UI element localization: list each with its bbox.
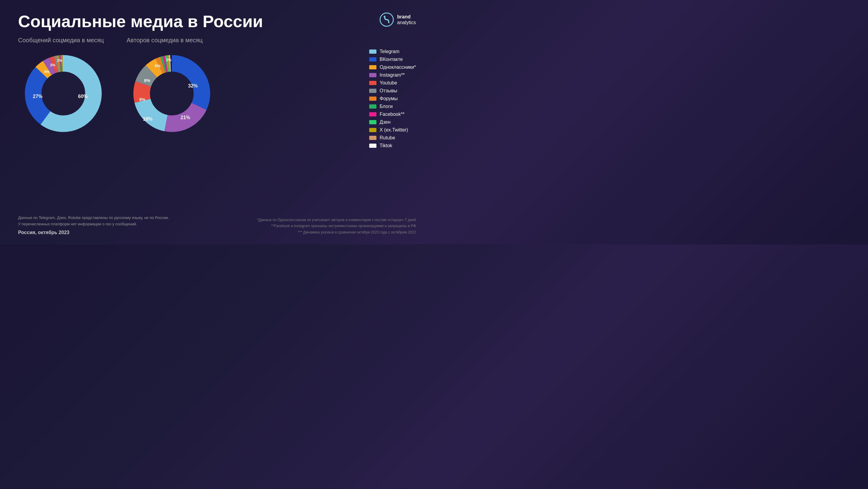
legend-color-dzen [369,120,376,124]
chart1-label-vk: 27% [33,94,42,99]
chart1-label-yt: 2% [57,59,62,63]
chart1-label-telegram: 60% [78,94,88,99]
legend-label-ok: Одноклассники* [379,64,416,70]
legend-color-otzyvy [369,89,376,93]
chart2-label-ok: 5% [155,64,161,68]
legend-item-youtube: Youtube [369,80,416,86]
chart2-label-telegram: 18% [143,116,153,121]
page: Социальные медиа в России brand analytic… [0,0,434,244]
legend-item-rutube: Rutube [369,135,416,141]
legend-item-instagram: Instagram** [369,73,416,78]
legend-label-otzyvy: Отзывы [379,88,397,93]
chart1-title: Сообщений соцмедиа в месяц [18,37,104,44]
chart2-label-forums: 2% [166,58,172,62]
legend-item-twitter: X (ex.Twitter) [369,127,416,133]
main-title: Социальные медиа в России [18,12,263,31]
logo-area: brand analytics [379,12,416,27]
svg-point-15 [41,72,85,115]
legend-label-forums: Форумы [379,96,398,102]
chart1-svg: 60% 27% 4% 3% 2% [18,48,108,139]
legend-item-otzyvy: Отзывы [369,88,416,93]
legend-label-twitter: X (ex.Twitter) [379,127,408,133]
legend-color-youtube [369,81,376,85]
footer-right-note3: *** Динамика указана в сравнении октября… [257,229,416,235]
chart1-donut: 60% 27% 4% 3% 2% [18,48,108,139]
legend-color-vk [369,57,376,61]
chart1-label-ok: 4% [44,69,50,74]
legend-label-facebook: Facebook** [379,112,404,117]
logo-text: brand analytics [397,14,416,25]
legend-label-rutube: Rutube [379,135,395,141]
chart2-svg: 32% 21% 18% 9% 8% 5% 2% [127,48,217,139]
legend-item-ok: Одноклассники* [369,64,416,70]
chart2-label-vk: 32% [188,83,198,88]
chart2-container: Авторов соцмедиа в месяц [127,37,217,139]
legend-item-telegram: Telegram [369,49,416,54]
svg-point-1 [384,16,385,18]
legend-label-dzen: Дзен [379,119,390,125]
legend-color-tiktok [369,144,376,148]
footer: Данные по Telegram, Дзен, Rutube предста… [18,215,416,235]
legend-item-forums: Форумы [369,96,416,102]
legend-label-blogs: Блоги [379,104,393,109]
charts-area: Сообщений соцмедиа в месяц [18,37,357,139]
footer-right-note2: **Facebook и Instagram признаны экстреми… [257,223,416,229]
legend-color-facebook [369,112,376,116]
chart2-donut: 32% 21% 18% 9% 8% 5% 2% [127,48,217,139]
legend-label-youtube: Youtube [379,80,397,86]
content-area: Сообщений соцмедиа в месяц [18,37,416,148]
legend-item-vk: ВКонтакте [369,57,416,62]
svg-point-29 [150,72,193,115]
legend-color-ok [369,65,376,69]
brand-analytics-logo-icon [379,12,394,27]
legend-label-vk: ВКонтакте [379,57,403,62]
legend-color-rutube [369,136,376,140]
chart2-label-otzyvy: 8% [144,78,150,83]
chart2-label-youtube: 9% [139,97,146,102]
chart2-label-insta: 21% [181,115,190,120]
legend-item-blogs: Блоги [369,104,416,109]
legend-item-tiktok: Tiktok [369,143,416,148]
footer-right-note1: *Данные по Одноклассникам не учитывают а… [257,217,416,223]
chart2-title: Авторов соцмедиа в месяц [127,37,203,44]
legend-label-tiktok: Tiktok [379,143,392,148]
legend: Telegram ВКонтакте Одноклассники* Instag… [369,49,416,148]
footer-right-notes: *Данные по Одноклассникам не учитывают а… [257,217,416,235]
chart1-container: Сообщений соцмедиа в месяц [18,37,108,139]
legend-color-blogs [369,105,376,109]
header: Социальные медиа в России brand analytic… [18,12,416,31]
legend-item-dzen: Дзен [369,119,416,125]
legend-color-twitter [369,128,376,132]
legend-color-telegram [369,50,376,54]
legend-color-forums [369,96,376,101]
legend-color-instagram [369,73,376,77]
chart1-label-insta: 3% [50,63,56,67]
legend-label-telegram: Telegram [379,49,399,54]
legend-label-instagram: Instagram** [379,73,405,78]
legend-item-facebook: Facebook** [369,112,416,117]
